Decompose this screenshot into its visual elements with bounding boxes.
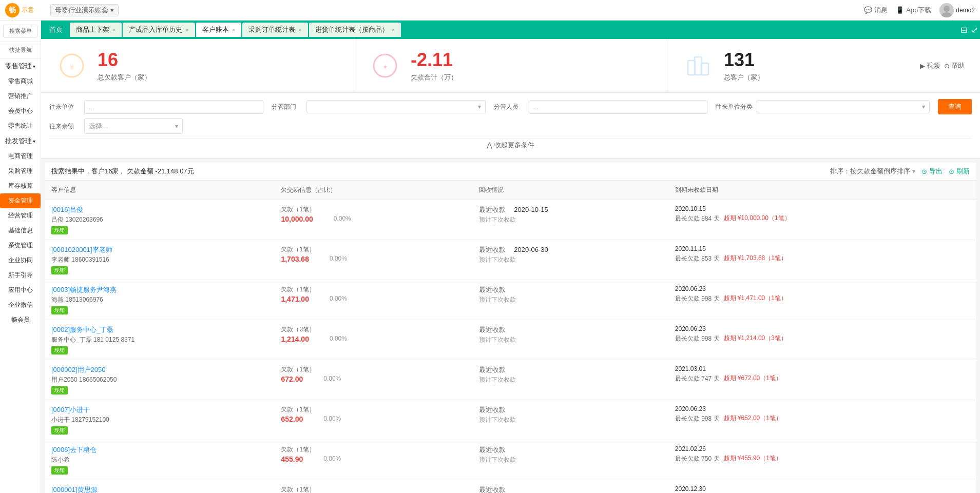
- video-btn[interactable]: ▶ 视频: [920, 61, 940, 70]
- sidebar-item-operations[interactable]: 经营管理: [0, 208, 41, 223]
- app-download-btn[interactable]: 📱 App下载: [896, 6, 931, 15]
- tab-maximize-icon[interactable]: ⤢: [971, 25, 978, 35]
- customer-id-link[interactable]: [0002]服务中心_丁磊: [51, 325, 268, 334]
- tab-close-purchase-order[interactable]: ×: [298, 27, 301, 33]
- sidebar: 搜索菜单 快捷导航 零售管理▾ 零售商城 营销推广 会员中心 零售统计 批发管理…: [0, 21, 41, 493]
- debt-info-cell: 欠款（1笔） 10,000.00 0.00%: [275, 200, 472, 240]
- collection-cell: 最近收款 预计下次收款: [473, 320, 669, 360]
- sidebar-item-enterprise[interactable]: 企业协同: [0, 253, 41, 268]
- sidebar-item-retail-mgmt[interactable]: 零售管理▾: [0, 58, 41, 74]
- source-unit-input[interactable]: ...: [84, 100, 263, 114]
- sidebar-item-vip[interactable]: 畅会员: [0, 312, 41, 327]
- collection-cell: 最近收款 预计下次收款: [473, 480, 669, 494]
- tab-product-history[interactable]: 产成品入库单历史 ×: [123, 23, 195, 37]
- customer-info-cell: [000002]用户2050 用户2050 18665062050 现销: [45, 360, 275, 400]
- overdue-days: 最长欠款 750 天: [675, 455, 720, 463]
- customer-info-cell: [0002]服务中心_丁磊 服务中心_丁磊 181 0125 8371 现销: [45, 320, 275, 360]
- debt-count: 欠款（1笔）: [281, 285, 466, 294]
- results-summary: 搜索结果中，客户16家， 欠款金额 -21,148.07元: [51, 167, 194, 176]
- source-category-input[interactable]: ▾: [757, 100, 930, 113]
- debt-amount: 652.00: [281, 415, 303, 423]
- customer-id-link[interactable]: [0006]去下粮仓: [51, 445, 268, 455]
- customer-id-link[interactable]: [0007]小进干: [51, 405, 268, 415]
- customer-id-link[interactable]: [000002]用户2050: [51, 365, 268, 374]
- sidebar-item-app-center[interactable]: 应用中心: [0, 283, 41, 298]
- industry-select[interactable]: 母婴行业演示账套 ▾: [50, 4, 119, 16]
- filter-manager: 分管人员 ...: [494, 100, 708, 114]
- sidebar-item-retail-stat[interactable]: 零售统计: [0, 119, 41, 133]
- phone-icon: 📱: [896, 6, 904, 14]
- due-date: 2020.10.15: [675, 205, 970, 212]
- overdue-amount-link[interactable]: 超期 ¥652.00（1笔）: [724, 414, 782, 423]
- debt-amount: 10,000.00: [281, 215, 313, 223]
- export-btn[interactable]: ⊙ 导出: [921, 167, 943, 176]
- table-row: [000002]用户2050 用户2050 18665062050 现销 欠款（…: [45, 360, 976, 400]
- sidebar-item-system[interactable]: 系统管理: [0, 238, 41, 253]
- tab-home[interactable]: 首页: [43, 23, 69, 37]
- video-icon: ▶: [920, 62, 925, 70]
- message-btn[interactable]: 💬 消息: [864, 6, 888, 15]
- user-menu[interactable]: demo2: [939, 3, 975, 17]
- customer-tag: 现销: [51, 226, 68, 234]
- tab-close-product-history[interactable]: ×: [185, 27, 188, 33]
- due-date: 2020.06.23: [675, 285, 970, 292]
- dept-input[interactable]: ▾: [306, 100, 486, 113]
- refresh-btn[interactable]: ⊙ 刷新: [949, 167, 970, 176]
- chevron-down-icon: ▾: [33, 64, 35, 69]
- sidebar-item-inventory[interactable]: 库存核算: [0, 179, 41, 193]
- stats-row: ¥ 16 总欠款客户（家） ✦: [41, 39, 980, 93]
- sidebar-item-quick-nav[interactable]: 快捷导航: [0, 42, 41, 58]
- customer-tag: 现销: [51, 466, 68, 475]
- sidebar-item-purchase[interactable]: 采购管理: [0, 164, 41, 179]
- help-btn[interactable]: ⊙ 帮助: [944, 61, 965, 70]
- overdue-amount-link[interactable]: 超期 ¥10,000.00（1笔）: [724, 214, 791, 223]
- customer-phone: 吕俊 13026203696: [51, 215, 268, 224]
- table-row: [000001]黄思源 黄思源 13552700226 现销 欠款（1笔） 42…: [45, 480, 976, 494]
- sort-select[interactable]: 排序：按欠款金额倒序排序 ▾: [830, 167, 915, 176]
- overdue-amount-link[interactable]: 超期 ¥672.00（1笔）: [724, 374, 782, 383]
- sidebar-item-retail-mall[interactable]: 零售商城: [0, 74, 41, 89]
- overdue-amount-link[interactable]: 超期 ¥1,214.00（3笔）: [724, 334, 787, 343]
- tab-purchase-order[interactable]: 采购订单统计表 ×: [242, 23, 308, 37]
- search-button[interactable]: 查询: [938, 99, 972, 114]
- debt-info-cell: 欠款（1笔） 672.00 0.00%: [275, 360, 472, 400]
- tab-close-purchase-stat[interactable]: ×: [392, 27, 395, 33]
- customer-id-link[interactable]: [0016]吕俊: [51, 205, 268, 214]
- customer-id-link[interactable]: [000001]黄思源: [51, 485, 268, 493]
- filter-row-1: 往来单位 ... 分管部门 ▾: [49, 99, 972, 114]
- debt-count: 欠款（1笔）: [281, 245, 466, 254]
- overdue-amount-link[interactable]: 超期 ¥1,471.00（1笔）: [724, 294, 787, 303]
- debt-percent: 0.00%: [334, 215, 351, 222]
- sidebar-item-member[interactable]: 会员中心: [0, 104, 41, 119]
- results-area: 搜索结果中，客户16家， 欠款金额 -21,148.07元 排序：按欠款金额倒序…: [45, 163, 976, 493]
- total-customers-icon: [683, 50, 714, 81]
- tab-customer-account[interactable]: 客户账本 ×: [196, 23, 241, 37]
- collapse-filters-btn[interactable]: ⋀ 收起更多条件: [49, 138, 972, 152]
- customer-id-link[interactable]: [0003]畅捷服务尹海燕: [51, 285, 268, 294]
- debt-percent: 0.00%: [330, 335, 347, 342]
- sort-dropdown-icon: ▾: [912, 168, 915, 175]
- source-category-dropdown-icon: ▾: [922, 103, 925, 110]
- tab-minimize-icon[interactable]: ⊟: [960, 25, 967, 35]
- sidebar-item-marketing[interactable]: 营销推广: [0, 89, 41, 104]
- manager-input[interactable]: ...: [529, 100, 708, 114]
- debt-info-cell: 欠款（1笔） 1,703.68 0.00%: [275, 240, 472, 280]
- overdue-amount-link[interactable]: 超期 ¥1,703.68（1笔）: [724, 254, 787, 263]
- balance-select[interactable]: 选择... ▾: [84, 119, 183, 134]
- sidebar-item-batch-mgmt[interactable]: 批发管理▾: [0, 133, 41, 149]
- tab-purchase-stat[interactable]: 进货单统计表（按商品） ×: [309, 23, 401, 37]
- customer-id-link[interactable]: [0001020001]李老师: [51, 245, 268, 254]
- sidebar-item-ecommerce[interactable]: 电商管理: [0, 149, 41, 164]
- sidebar-item-finance[interactable]: 资金管理: [0, 193, 41, 208]
- svg-point-1: [941, 12, 952, 17]
- overdue-amount-link[interactable]: 超期 ¥455.90（1笔）: [724, 454, 782, 463]
- search-menu-btn[interactable]: 搜索菜单: [3, 25, 37, 37]
- sidebar-item-newbie[interactable]: 新手引导: [0, 268, 41, 283]
- tab-product-off[interactable]: 商品上下架 ×: [70, 23, 122, 37]
- tab-close-customer-account[interactable]: ×: [232, 27, 235, 33]
- tab-close-product-off[interactable]: ×: [112, 27, 116, 33]
- table-header-row: 客户信息 欠交易信息（占比） 回收情况 到期未收款日期: [45, 181, 976, 200]
- debt-info-cell: 欠款（1笔） 429.00 0.00%: [275, 480, 472, 494]
- sidebar-item-wechat[interactable]: 企业微信: [0, 298, 41, 312]
- sidebar-item-basic-info[interactable]: 基础信息: [0, 223, 41, 238]
